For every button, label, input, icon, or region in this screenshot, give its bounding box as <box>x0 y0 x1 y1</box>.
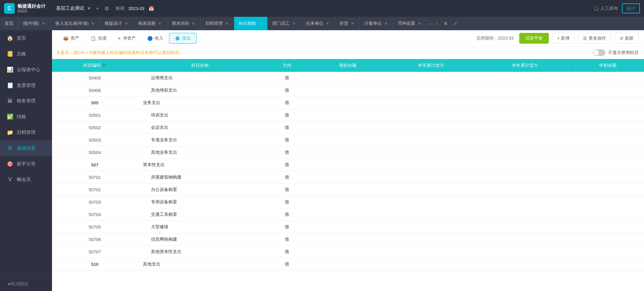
tab-report-mid[interactable]: 报(中期) ✕ <box>18 17 51 30</box>
cell-direction: 借 <box>262 208 312 221</box>
tab-unit-close[interactable]: ✕ <box>384 21 388 26</box>
cell-ytd-debit <box>384 233 478 246</box>
settings-icon[interactable]: ⚙ <box>104 5 109 12</box>
cell-direction: 借 <box>262 184 312 196</box>
more-button[interactable]: ☰ 更多操作 <box>578 33 611 44</box>
cell-direction: 借 <box>262 146 312 159</box>
tab-nav-right[interactable]: › <box>434 21 441 26</box>
table-container: 科目编码 ⚙ 科目名称 方向 期初余额 本年累计借方 本年累计贷方 年初余额 5… <box>52 59 644 291</box>
liability-icon: 📋 <box>91 36 96 41</box>
table-row[interactable]: 50705 大型修缮 借 <box>52 221 644 233</box>
table-row[interactable]: 50405 运维维支出 借 <box>52 72 644 84</box>
table-row[interactable]: 50703 专用设备购置 借 <box>52 196 644 208</box>
table-row[interactable]: 50706 信息网络购建 借 <box>52 233 644 246</box>
tab-dept-close[interactable]: ✕ <box>292 21 296 26</box>
settle-icon: ✅ <box>7 113 13 120</box>
refresh-button-label: 刷新 <box>625 35 634 41</box>
table-row[interactable]: 50502 会议支出 借 <box>52 122 644 134</box>
support-button[interactable]: 🎧 人工咨询 <box>594 5 618 11</box>
sidebar-item-reports[interactable]: 📊 云报表中心 <box>0 62 52 78</box>
add-tab-button[interactable]: ＋ <box>94 5 102 12</box>
tab-expand-button[interactable]: ⤢ <box>450 21 460 26</box>
tab-homepage[interactable]: 首页 <box>0 17 18 30</box>
sub-tab-expense[interactable]: 💠 支出 <box>169 33 197 44</box>
sub-tab-income[interactable]: 🔵 收入 <box>142 33 169 44</box>
sub-tab-liability[interactable]: 📋 负债 <box>85 33 112 44</box>
company-dropdown-icon[interactable]: ▼ <box>87 6 91 11</box>
cell-year-opening <box>572 246 644 258</box>
sidebar-collapse-button[interactable]: ◄取消固定 <box>0 277 52 291</box>
sidebar-item-tax[interactable]: 🏛 税务管理 <box>0 93 52 109</box>
tab-subject-initial[interactable]: 科目期初 ✕ <box>234 17 268 30</box>
period-display: 启用期间：2023.03 <box>476 35 514 41</box>
cell-opening <box>312 84 384 97</box>
tab-counterpart[interactable]: 往来单位 ✕ <box>301 17 335 30</box>
tab-period-end-close[interactable]: ✕ <box>191 21 196 26</box>
tab-currency-close[interactable]: ✕ <box>417 21 422 26</box>
table-row[interactable]: 50707 其他资本性支出 借 <box>52 246 644 258</box>
tab-template-close[interactable]: ✕ <box>124 21 128 26</box>
tab-inventory[interactable]: 存货 ✕ <box>335 17 360 30</box>
sidebar-item-guide[interactable]: 🎯 新手引导 <box>0 156 52 172</box>
archive-icon: 📁 <box>7 129 13 136</box>
cell-ytd-credit <box>478 208 572 221</box>
refresh-button[interactable]: ↺ 刷新 <box>614 33 639 44</box>
sidebar-item-invoice[interactable]: 🧾 发票管理 <box>0 78 52 93</box>
cell-year-opening <box>572 208 644 221</box>
tab-currency[interactable]: 币种设置 ✕ <box>393 17 427 30</box>
tab-tax[interactable]: 税表清册 ✕ <box>133 17 167 30</box>
sidebar-item-settle[interactable]: ✅ 结账 <box>0 109 52 125</box>
table-row[interactable]: 507 资本性支出 借 <box>52 159 644 171</box>
table-row[interactable]: 50503 专项业务支出 借 <box>52 134 644 146</box>
tab-dept[interactable]: 部门员工 ✕ <box>268 17 301 30</box>
tab-period-end[interactable]: 期末结转 ✕ <box>167 17 201 30</box>
support-icon: 🎧 <box>594 6 599 11</box>
tab-counterpart-close[interactable]: ✕ <box>325 21 330 26</box>
sidebar-item-basic[interactable]: ⚙ 基础设置 <box>0 140 52 156</box>
tab-income-annual-close[interactable]: ✕ <box>91 21 95 26</box>
table-row[interactable]: 50702 办公设备购置 借 <box>52 184 644 196</box>
calendar-icon[interactable]: 📅 <box>149 6 154 11</box>
disable-toggle[interactable] <box>593 49 605 56</box>
cell-year-opening <box>572 258 644 271</box>
table-row[interactable]: 50501 培训支出 借 <box>52 109 644 122</box>
tab-bar: 首页 报(中期) ✕ 收入支出表(年报) ✕ 模版设计 ✕ 税表清册 ✕ 期末结… <box>0 17 644 30</box>
table-row[interactable]: 505 业务支出 借 <box>52 97 644 109</box>
tab-unit[interactable]: 计量单位 ✕ <box>360 17 393 30</box>
company-name[interactable]: 基层工会测试 <box>56 5 84 11</box>
sidebar-item-member[interactable]: V 畅会员 <box>0 172 52 187</box>
col-settings-icon[interactable]: ⚙ <box>102 62 106 68</box>
tab-inventory-close[interactable]: ✕ <box>350 21 355 26</box>
table-row[interactable]: 50701 房屋建筑物购建 借 <box>52 171 644 184</box>
support-label: 人工咨询 <box>600 5 618 11</box>
sidebar-item-home[interactable]: 🏠 首页 <box>0 30 52 46</box>
tab-report-mid-close[interactable]: ✕ <box>41 21 46 26</box>
table-row[interactable]: 510 其他支出 借 <box>52 258 644 271</box>
sub-tab-asset[interactable]: 📦 资产 <box>57 33 85 44</box>
sidebar-item-archive[interactable]: 📁 归档管理 <box>0 125 52 140</box>
sidebar-item-home-label: 首页 <box>17 35 26 41</box>
cell-direction: 借 <box>262 97 312 109</box>
tab-archive[interactable]: 归档管理 ✕ <box>201 17 234 30</box>
balance-button[interactable]: 试算平衡 <box>519 33 549 44</box>
tab-archive-label: 归档管理 <box>205 20 223 27</box>
tab-nav-left[interactable]: ‹ <box>427 21 434 26</box>
account-button[interactable]: 会计 <box>622 3 640 13</box>
table-row[interactable]: 50504 其他业务支出 借 <box>52 146 644 159</box>
cell-year-opening <box>572 159 644 171</box>
cell-opening <box>312 233 384 246</box>
tab-archive-close[interactable]: ✕ <box>225 21 229 26</box>
add-button[interactable]: + 新增 <box>552 33 575 44</box>
sidebar-item-ledger[interactable]: 📒 总账 <box>0 46 52 62</box>
tab-tax-close[interactable]: ✕ <box>158 21 162 26</box>
tab-subject-initial-close[interactable]: ✕ <box>258 21 263 26</box>
table-row[interactable]: 50406 其他维权支出 借 <box>52 84 644 97</box>
tab-template[interactable]: 模版设计 ✕ <box>100 17 133 30</box>
cell-opening <box>312 184 384 196</box>
hint-icon: ℹ <box>57 50 59 55</box>
sub-tab-equity[interactable]: ≡ 净资产 <box>112 33 142 44</box>
tab-income-annual[interactable]: 收入支出表(年报) ✕ <box>51 17 100 30</box>
cell-code: 50706 <box>52 233 138 246</box>
table-row[interactable]: 50704 交通工具购置 借 <box>52 208 644 221</box>
tab-close-all-button[interactable]: ✕ <box>441 20 450 27</box>
